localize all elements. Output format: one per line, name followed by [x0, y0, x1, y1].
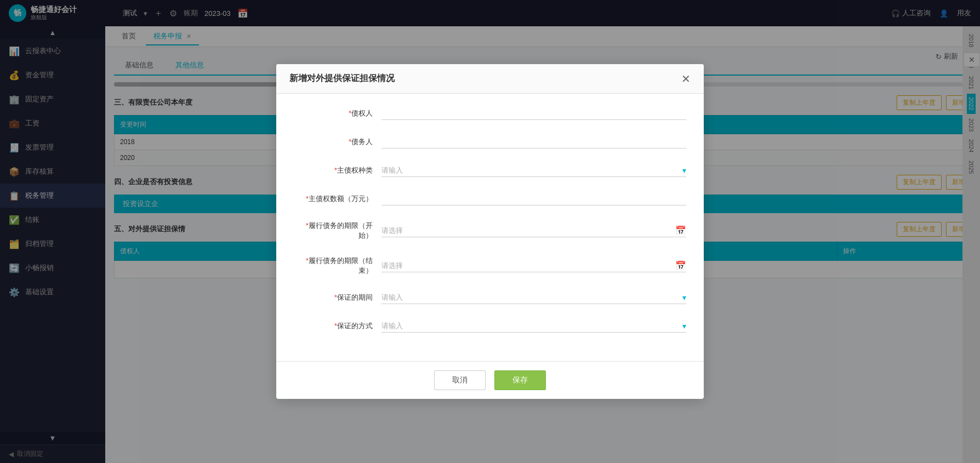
label-claim-amount: *主债权数额（万元） [294, 194, 381, 204]
input-debt-start[interactable] [381, 224, 675, 237]
input-creditor[interactable] [381, 107, 686, 120]
debt-start-calendar-icon[interactable]: 📅 [675, 225, 686, 236]
guarantee-method-dropdown-icon[interactable]: ▾ [682, 322, 686, 330]
guarantee-period-wrapper: ▾ [381, 291, 686, 304]
label-guarantee-method: *保证的方式 [294, 321, 381, 331]
form-group-debt-end: *履行债务的期限（结束） 📅 [294, 256, 686, 276]
input-claim-type[interactable] [381, 164, 682, 176]
modal-body: *债权人 *债务人 *主债权种类 ▾ [276, 94, 704, 361]
debt-end-calendar-icon[interactable]: 📅 [675, 260, 686, 271]
input-debtor[interactable] [381, 135, 686, 148]
label-claim-type: *主债权种类 [294, 165, 381, 175]
form-group-creditor: *债权人 [294, 107, 686, 120]
form-group-guarantee-period: *保证的期间 ▾ [294, 291, 686, 304]
save-button[interactable]: 保存 [494, 370, 546, 390]
modal-overlay: 新增对外提供保证担保情况 ✕ *债权人 *债务人 * [0, 0, 980, 463]
debt-end-wrapper: 📅 [381, 259, 686, 272]
input-debt-end[interactable] [381, 259, 675, 272]
modal: 新增对外提供保证担保情况 ✕ *债权人 *债务人 * [276, 64, 704, 399]
modal-header: 新增对外提供保证担保情况 ✕ [276, 64, 704, 94]
form-group-claim-amount: *主债权数额（万元） [294, 192, 686, 205]
form-group-debtor: *债务人 [294, 135, 686, 148]
guarantee-period-dropdown-icon[interactable]: ▾ [682, 293, 686, 302]
label-debt-start: *履行债务的期限（开始） [294, 221, 381, 241]
label-creditor: *债权人 [294, 108, 381, 118]
guarantee-method-wrapper: ▾ [381, 319, 686, 333]
label-debt-end: *履行债务的期限（结束） [294, 256, 381, 276]
label-guarantee-period: *保证的期间 [294, 293, 381, 302]
form-group-guarantee-method: *保证的方式 ▾ [294, 319, 686, 333]
input-guarantee-method[interactable] [381, 319, 682, 332]
label-debtor: *债务人 [294, 137, 381, 147]
cancel-button[interactable]: 取消 [434, 370, 486, 390]
debt-start-wrapper: 📅 [381, 224, 686, 237]
claim-type-wrapper: ▾ [381, 164, 686, 177]
input-claim-amount[interactable] [381, 192, 686, 205]
input-guarantee-period[interactable] [381, 291, 682, 304]
form-group-debt-start: *履行债务的期限（开始） 📅 [294, 221, 686, 241]
claim-type-dropdown-icon[interactable]: ▾ [682, 166, 686, 175]
form-group-claim-type: *主债权种类 ▾ [294, 164, 686, 177]
modal-title: 新增对外提供保证担保情况 [289, 73, 395, 84]
modal-footer: 取消 保存 [276, 361, 704, 399]
modal-close-btn[interactable]: ✕ [681, 73, 691, 84]
